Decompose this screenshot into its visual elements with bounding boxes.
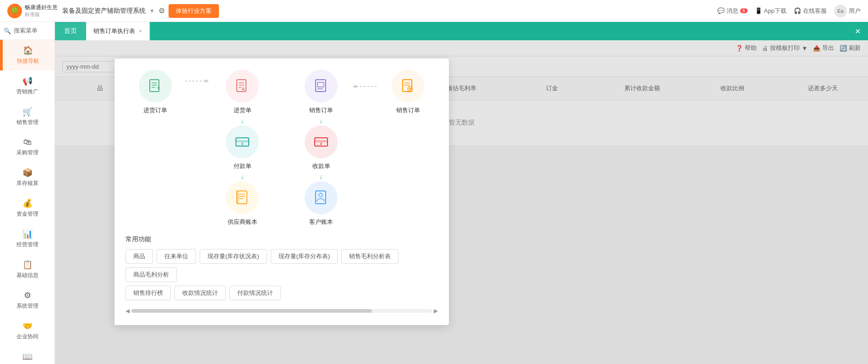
app-download-btn[interactable]: 📱 App下载	[755, 7, 786, 15]
sales-icon: 🛒	[22, 107, 33, 117]
active-bar	[1, 40, 3, 71]
func-btn-receipt-stats[interactable]: 收款情况统计	[175, 286, 226, 300]
func-btn-goods[interactable]: 商品	[126, 249, 153, 264]
svg-text:¥: ¥	[319, 141, 322, 146]
arrow-pr-to-payment: ↓	[241, 117, 244, 125]
guide-icon: 📖	[22, 352, 33, 362]
marketing-icon: 📢	[22, 76, 33, 86]
page-content: ❓ 帮助 🖨 按模板打印 ▼ 📤 导出 🔄 刷新	[55, 40, 868, 364]
sidebar-item-system[interactable]: ⚙ 系统管理	[0, 285, 55, 315]
func-buttons-row1: 商品 往来单位 现存量(库存状况表) 现存量(库存分布表) 销售毛利分析表 商品…	[126, 249, 438, 282]
func-btn-sales-ranking[interactable]: 销售排行榜	[126, 286, 171, 300]
settings-icon[interactable]: ⚙	[158, 6, 165, 15]
logo-icon: 🍀	[7, 4, 22, 18]
supplier-ledger-node[interactable]: 供应商账本	[213, 181, 272, 226]
system-icon: ⚙	[24, 290, 31, 300]
svg-rect-0	[150, 80, 159, 92]
purchase-order-icon	[139, 70, 172, 103]
sales-receipt-node[interactable]: 销售订单	[291, 70, 351, 114]
sidebar-item-basic-info[interactable]: 📋 基础信息	[0, 254, 55, 285]
sidebar-item-sales[interactable]: 🛒 销售管理	[0, 101, 55, 132]
svg-rect-31	[237, 191, 239, 204]
message-btn[interactable]: 💬 消息 6	[717, 7, 748, 15]
svg-rect-32	[316, 191, 326, 204]
sidebar: 🔍 搜索菜单 🏠 快捷导航 📢 营销推广 🛒 销售管理 🛍 采购管理 📦 库存核…	[0, 22, 55, 364]
headset-icon: 🎧	[794, 7, 801, 14]
phone-icon: 📱	[755, 7, 762, 14]
enterprise-icon: 🤝	[22, 321, 33, 331]
system-title-area: 装备及固定资产辅助管理系统 ▼ ⚙ 体验行业方案	[62, 4, 717, 18]
operations-icon: 📊	[22, 229, 33, 239]
top-header: 🍀 畅康通好生意 标准版 装备及固定资产辅助管理系统 ▼ ⚙ 体验行业方案 💬 …	[0, 0, 868, 22]
func-btn-sales-profit[interactable]: 销售毛利分析表	[341, 249, 399, 264]
scrollbar-track[interactable]	[131, 309, 432, 313]
scrollbar-thumb	[131, 309, 372, 313]
online-service-btn[interactable]: 🎧 在线客服	[794, 7, 827, 15]
sidebar-item-operations[interactable]: 📊 经营管理	[0, 223, 55, 254]
func-buttons-row2: 销售排行榜 收款情况统计 付款情况统计	[126, 286, 438, 300]
func-btn-payment-stats[interactable]: 付款情况统计	[229, 286, 281, 300]
quick-nav-icon: 🏠	[23, 45, 33, 55]
sidebar-item-marketing[interactable]: 📢 营销推广	[0, 71, 55, 101]
sidebar-item-guide[interactable]: 📖 新手引导	[0, 346, 55, 364]
func-btn-partners[interactable]: 往来单位	[157, 249, 196, 264]
func-btn-stock-status[interactable]: 现存量(库存状况表)	[200, 249, 267, 264]
user-menu[interactable]: Ea 用户	[834, 5, 861, 17]
tab-bar: 首页 销售订单执行表 × ✕	[55, 22, 868, 40]
search-icon: 🔍	[4, 27, 11, 34]
purchase-receipt-icon	[226, 70, 259, 103]
purchase-order-node[interactable]: 进货订单	[126, 70, 185, 114]
svg-marker-14	[353, 85, 356, 88]
arrow-sr-to-receipt: ↓	[320, 117, 323, 125]
func-btn-goods-profit[interactable]: 商品毛利分析	[126, 267, 177, 282]
sales-order-node[interactable]: 销售订单	[378, 70, 438, 114]
customer-ledger-icon	[305, 181, 338, 214]
experience-btn[interactable]: 体验行业方案	[169, 4, 219, 18]
svg-text:¥: ¥	[240, 141, 244, 146]
svg-point-33	[319, 193, 322, 197]
tab-close-icon[interactable]: ×	[139, 28, 142, 34]
scroll-left-btn[interactable]: ◀	[126, 308, 130, 314]
arrow-receipt-to-customer: ↓	[320, 173, 323, 180]
purchase-receipt-node[interactable]: 进货单	[213, 70, 272, 114]
message-badge: 6	[740, 8, 748, 13]
payment-icon: ¥	[226, 125, 259, 158]
inventory-icon: 📦	[22, 168, 33, 178]
arrow-payment-to-supplier: ↓	[241, 173, 244, 180]
scroll-right-btn[interactable]: ▶	[434, 308, 438, 314]
common-functions-title: 常用功能	[126, 235, 438, 244]
sales-receipt-icon	[305, 70, 338, 103]
tab-home[interactable]: 首页	[55, 22, 86, 40]
sidebar-search[interactable]: 🔍 搜索菜单	[0, 22, 55, 40]
payment-node[interactable]: ¥ 付款单	[213, 125, 272, 170]
message-icon: 💬	[717, 7, 725, 14]
sales-order-icon	[392, 70, 425, 103]
close-all-tabs-btn[interactable]: ✕	[847, 27, 868, 36]
content-area: 首页 销售订单执行表 × ✕ ❓ 帮助 🖨 按模板打印 ▼	[55, 22, 868, 364]
common-functions: 常用功能 商品 往来单位 现存量(库存状况表) 现存量(库存分布表) 销售毛利分…	[126, 235, 438, 300]
sidebar-item-enterprise[interactable]: 🤝 企业协同	[0, 315, 55, 346]
dropdown-arrow-icon[interactable]: ▼	[149, 8, 155, 14]
svg-rect-6	[237, 80, 246, 92]
func-btn-stock-dist[interactable]: 现存量(库存分布表)	[271, 249, 338, 264]
workflow-diagram: 进货订单	[126, 70, 438, 226]
svg-rect-11	[317, 82, 324, 87]
sidebar-item-inventory[interactable]: 📦 库存核算	[0, 162, 55, 193]
receipt-icon: ¥	[305, 125, 338, 158]
logo-text: 畅康通好生意 标准版	[25, 4, 58, 18]
supplier-ledger-icon	[226, 181, 259, 214]
sidebar-item-finance[interactable]: 💰 资金管理	[0, 193, 55, 223]
customer-ledger-node[interactable]: 客户账本	[291, 181, 351, 226]
svg-marker-5	[205, 79, 209, 83]
user-avatar: Ea	[834, 5, 847, 17]
receipt-node[interactable]: ¥ 收款单	[291, 125, 351, 170]
tab-sales-order[interactable]: 销售订单执行表 ×	[86, 22, 150, 40]
arrow-po-to-pr	[185, 77, 213, 107]
main-layout: 🔍 搜索菜单 🏠 快捷导航 📢 营销推广 🛒 销售管理 🛍 采购管理 📦 库存核…	[0, 22, 868, 364]
modal-scrollbar: ◀ ▶	[126, 308, 438, 314]
sidebar-item-purchase[interactable]: 🛍 采购管理	[0, 132, 55, 162]
quick-guide-modal: 进货订单	[115, 59, 449, 325]
system-title: 装备及固定资产辅助管理系统	[62, 7, 146, 15]
basic-info-icon: 📋	[22, 260, 33, 270]
sidebar-item-quick-nav[interactable]: 🏠 快捷导航	[0, 40, 55, 71]
